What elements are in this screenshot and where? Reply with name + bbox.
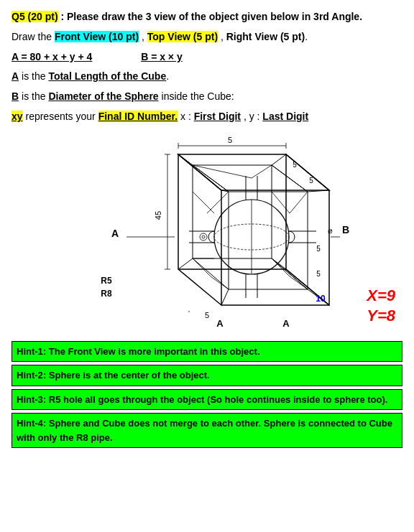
svg-text:R8: R8 <box>101 289 112 299</box>
svg-line-41 <box>211 276 229 289</box>
hint-2: Hint-2: Sphere is at the center of the o… <box>12 365 402 386</box>
hints-section: Hint-1: The Front View is more important… <box>12 341 402 449</box>
svg-text:⌀: ⌀ <box>328 226 333 235</box>
svg-line-40 <box>193 258 211 276</box>
svg-text:A: A <box>111 228 119 239</box>
svg-line-16 <box>178 258 193 269</box>
formula-b: B = x × y <box>141 51 183 62</box>
technical-drawing: 5 45 A B ⌀ 5 A A R5 R8 10 5 <box>63 133 351 334</box>
svg-point-31 <box>200 233 207 241</box>
x-colon: : <box>185 111 194 122</box>
svg-line-33 <box>193 192 214 213</box>
svg-text:5: 5 <box>205 311 209 319</box>
xy-definition: xy represents your Final ID Number. x : … <box>12 108 402 126</box>
svg-text:5: 5 <box>316 270 321 278</box>
svg-text:R5: R5 <box>101 276 112 286</box>
formula-line: A = 80 + x + y + 4 B = x × y <box>12 49 402 66</box>
svg-line-10 <box>272 258 308 289</box>
svg-line-39 <box>272 192 290 213</box>
comma1: , <box>139 31 147 42</box>
svg-text:5: 5 <box>309 177 313 185</box>
xy-letter: xy <box>12 111 23 122</box>
svg-text:A: A <box>216 318 224 329</box>
xy-represents: represents your <box>23 111 98 122</box>
svg-line-38 <box>290 192 308 213</box>
svg-line-43 <box>290 276 308 289</box>
drawing-area: 5 45 A B ⌀ 5 A A R5 R8 10 5 <box>12 133 402 334</box>
question-line1: Q5 (20 pt) : Please draw the 3 view of t… <box>12 9 402 26</box>
a-letter: A <box>12 70 19 82</box>
total-length-label: Total Length of the Cube <box>48 70 166 82</box>
svg-marker-0 <box>178 154 329 190</box>
svg-line-17 <box>272 258 286 269</box>
svg-line-42 <box>272 258 290 276</box>
question-number: Q5 (20 pt) <box>12 11 58 22</box>
question-line2: Draw the Front View (10 pt) , Top View (… <box>12 29 402 46</box>
svg-line-37 <box>252 165 272 178</box>
x-spacer: x <box>178 111 185 122</box>
svg-text:A: A <box>282 318 290 329</box>
svg-line-12 <box>178 154 193 165</box>
question-header: Q5 (20 pt) : Please draw the 3 view of t… <box>12 9 402 126</box>
b-letter: B <box>12 90 19 102</box>
comma2: , <box>218 31 226 42</box>
b-is: is the <box>19 90 48 102</box>
last-digit-label: Last Digit <box>262 111 308 122</box>
svg-text:10: 10 <box>316 294 326 304</box>
svg-point-32 <box>202 235 205 238</box>
b-end: inside the Cube: <box>159 90 234 102</box>
final-id-label: Final ID Number. <box>98 111 178 122</box>
first-digit-label: First Digit <box>194 111 241 122</box>
svg-text:5: 5 <box>228 136 232 144</box>
front-view-label: Front View (10 pt) <box>55 31 139 42</box>
y-separator: , y : <box>241 111 262 122</box>
hint-4: Hint-4: Sphere and Cube does not merge t… <box>12 413 402 448</box>
hint-3: Hint-3: R5 hole all goes through the obj… <box>12 389 402 411</box>
a-period: . <box>166 70 169 82</box>
svg-line-18 <box>221 289 229 305</box>
a-is: is the <box>19 70 48 82</box>
period: . <box>305 31 308 42</box>
svg-text:5: 5 <box>293 161 297 169</box>
dimensions: 5 45 A B ⌀ 5 A A R5 R8 10 5 <box>101 136 349 329</box>
draw-label: Draw the <box>12 31 55 42</box>
formula-a: A = 80 + x + y + 4 <box>12 51 92 62</box>
right-view-label: Right View (5 pt) <box>226 31 305 42</box>
question-intro: : Please draw the 3 view of the object g… <box>58 11 362 22</box>
hint-1: Hint-1: The Front View is more important… <box>12 341 402 363</box>
b-definition: B is the Diameter of the Sphere inside t… <box>12 88 402 106</box>
y-value: Y=8 <box>367 306 395 327</box>
svg-text:45: 45 <box>154 211 162 220</box>
top-view-label: Top View (5 pt) <box>147 31 218 42</box>
svg-marker-7 <box>193 165 229 289</box>
x-value: X=9 <box>367 286 395 307</box>
svg-text:B: B <box>342 224 349 235</box>
svg-line-13 <box>272 154 286 165</box>
xy-values: X=9 Y=8 <box>367 286 395 327</box>
svg-text:5: 5 <box>316 245 321 253</box>
diameter-label: Diameter of the Sphere <box>48 90 158 102</box>
a-definition: A is the Total Length of the Cube. <box>12 68 402 85</box>
